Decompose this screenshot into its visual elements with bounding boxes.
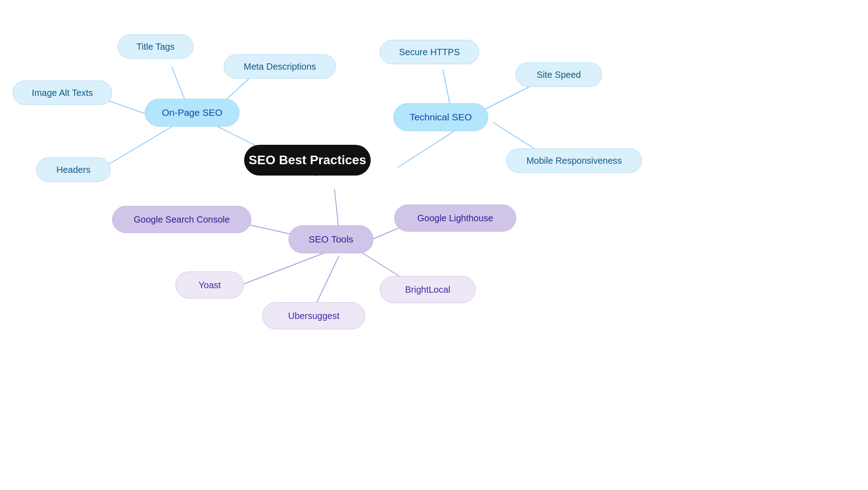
yoast-node: Yoast bbox=[175, 271, 244, 299]
site-speed-label: Site Speed bbox=[537, 70, 581, 80]
image-alt-texts-label: Image Alt Texts bbox=[32, 88, 93, 98]
title-tags-label: Title Tags bbox=[137, 42, 175, 52]
mobile-responsiveness-node: Mobile Responsiveness bbox=[506, 148, 642, 173]
ubersuggest-label: Ubersuggest bbox=[288, 311, 339, 321]
google-search-console-node: Google Search Console bbox=[112, 206, 251, 233]
google-search-console-label: Google Search Console bbox=[134, 214, 230, 225]
meta-descriptions-node: Meta Descriptions bbox=[224, 54, 336, 79]
yoast-label: Yoast bbox=[198, 280, 221, 290]
on-page-seo-node: On-Page SEO bbox=[145, 99, 240, 127]
on-page-seo-label: On-Page SEO bbox=[162, 107, 222, 118]
technical-seo-label: Technical SEO bbox=[410, 112, 472, 123]
svg-line-13 bbox=[316, 256, 339, 303]
seo-tools-node: SEO Tools bbox=[288, 225, 373, 253]
center-node: SEO Best Practices bbox=[244, 145, 371, 176]
title-tags-node: Title Tags bbox=[118, 34, 193, 59]
center-node-label: SEO Best Practices bbox=[249, 153, 366, 167]
secure-https-label: Secure HTTPS bbox=[399, 47, 460, 57]
ubersuggest-node: Ubersuggest bbox=[262, 302, 365, 329]
svg-line-4 bbox=[99, 127, 172, 170]
image-alt-texts-node: Image Alt Texts bbox=[13, 81, 112, 105]
site-speed-node: Site Speed bbox=[515, 62, 602, 87]
seo-tools-label: SEO Tools bbox=[309, 234, 354, 245]
svg-line-12 bbox=[235, 252, 326, 287]
secure-https-node: Secure HTTPS bbox=[380, 40, 479, 64]
meta-descriptions-label: Meta Descriptions bbox=[244, 62, 316, 72]
headers-node: Headers bbox=[36, 157, 111, 182]
headers-label: Headers bbox=[57, 165, 91, 175]
google-lighthouse-node: Google Lighthouse bbox=[394, 205, 516, 232]
brightlocal-node: BrightLocal bbox=[380, 276, 476, 303]
technical-seo-node: Technical SEO bbox=[393, 103, 488, 131]
svg-line-5 bbox=[398, 127, 461, 167]
google-lighthouse-label: Google Lighthouse bbox=[417, 213, 493, 224]
brightlocal-label: BrightLocal bbox=[405, 285, 450, 295]
mobile-responsiveness-label: Mobile Responsiveness bbox=[526, 156, 622, 166]
